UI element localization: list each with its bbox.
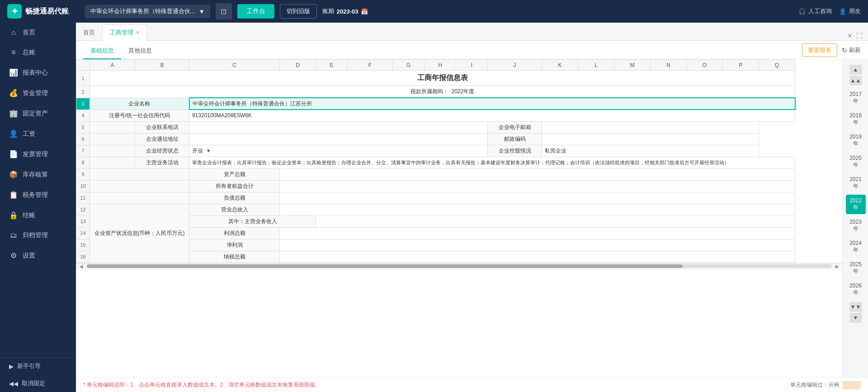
sub-tab-basic[interactable]: 基础信息 [83,44,121,59]
column-header-row: A B C D E F G H I J K L M [76,60,795,71]
liabilities-value-cell[interactable] [280,192,795,204]
year-scroll-up2-btn[interactable]: ▲▲ [849,76,862,86]
sidebar-label-archive: 归档管理 [23,231,48,239]
col-header-a: A [90,60,135,71]
sidebar-item-capital[interactable]: 💰 资金管理 [0,83,76,103]
calendar-icon[interactable]: 📅 [361,8,368,15]
year-scroll-up-btn[interactable]: ▲ [849,65,862,75]
company-name-value-cell[interactable]: 中审众环会计师事务所（特殊普通合伙）江苏分所 [189,98,795,110]
table-row: 5 企业联系电话 企业电子邮箱 [76,121,795,133]
equity-label-cell: 所有者权益合计 [189,180,280,192]
sidebar-item-settings[interactable]: ⚙ 设置 [0,245,76,266]
year-item-2017[interactable]: 2017年 [846,88,866,108]
sidebar-label-report: 报表中心 [23,69,48,77]
postcode-value-cell[interactable] [542,133,759,145]
row-num-9: 9 [76,168,90,180]
sidebar-bottom: ▶ 新手引导 ◀◀ 取消固定 [0,357,76,392]
new-guide-btn[interactable]: ▶ 新手引导 [0,358,76,375]
equity-value-cell[interactable] [280,180,795,192]
sidebar-item-fixed-assets[interactable]: 🏢 固定资产 [0,103,76,124]
sidebar-item-home[interactable]: ⌂ 首页 [0,23,76,43]
year-item-2023[interactable]: 2023年 [846,216,866,235]
sidebar-item-tax[interactable]: 📋 税务管理 [0,185,76,205]
unpin-btn[interactable]: ◀◀ 取消固定 [0,375,76,392]
window-maximize-btn[interactable]: ⛶ [856,32,863,39]
old-version-button[interactable]: 切到旧版 [280,4,317,19]
sidebar-item-general-ledger[interactable]: ≡ 总账 [0,43,76,62]
email-value-cell[interactable] [542,121,759,133]
year-item-2022[interactable]: 2022年 [846,195,866,214]
row-num-7: 7 [76,145,90,157]
unpin-icon: ◀◀ [9,380,18,387]
business-value-cell[interactable]: 审查企业会计报表；出具审计报告；验证企业资本；出具验资报告；办理企业合并、分立、… [189,157,795,168]
tab-bizmanage[interactable]: 工商管理 × [102,24,147,41]
sidebar-item-archive[interactable]: 🗂 归档管理 [0,225,76,245]
sub-tabs: 基础信息 其他信息 [83,44,802,58]
year-item-2018[interactable]: 2018年 [846,110,866,129]
sidebar-item-inventory[interactable]: 📦 库存核算 [0,164,76,185]
header-right: 🎧 人工咨询 👤 用友 [798,7,861,15]
year-scroll-down2-btn[interactable]: ▼ [849,313,862,323]
tax-value-cell[interactable] [280,251,795,263]
status-value-cell[interactable]: 开业 ▼ [189,145,488,157]
h-scroll-thumb[interactable] [87,264,683,268]
period-cell[interactable]: 税款所属期间： 2022年度 [90,86,795,98]
top-header: ✦ 畅捷通易代账 中审众环会计师事务所（特殊普通合伙... ▼ ⊡ 工作台 切到… [0,0,868,23]
sub-tab-other[interactable]: 其他信息 [121,44,159,59]
assets-value-cell[interactable] [280,168,795,180]
user-btn[interactable]: 👤 用友 [839,7,861,15]
year-item-2019[interactable]: 2019年 [846,131,866,150]
refresh-button[interactable]: ↻ 刷新 [842,46,861,54]
table-row: 6 企业通信地址 邮政编码 [76,133,795,145]
sheet-table: A B C D E F G H I J K L M [76,59,796,263]
window-close-btn[interactable]: ✕ [847,32,853,39]
workbench-button[interactable]: 工作台 [237,4,274,19]
copy-icon-btn[interactable]: ⊡ [216,3,232,19]
year-item-2024[interactable]: 2024年 [846,237,866,257]
reset-report-button[interactable]: 重置报表 [802,43,837,57]
net-profit-value-cell[interactable] [280,239,795,251]
sidebar-item-payroll[interactable]: 👤 工资 [0,124,76,144]
status-label-cell: 企业经营状态 [135,145,189,157]
row-num-4: 4 [76,110,90,121]
archive-icon: 🗂 [9,231,18,239]
sidebar-item-invoice[interactable]: 📄 发票管理 [0,144,76,164]
year-item-2025[interactable]: 2025年 [846,258,866,278]
row-num-11: 11 [76,192,90,204]
service-btn[interactable]: 🎧 人工咨询 [798,7,832,15]
profit-value-cell[interactable] [280,227,795,239]
revenue-value-cell[interactable] [280,204,795,215]
company-selector[interactable]: 中审众环会计师事务所（特殊普通合伙... ▼ [85,5,210,18]
row-num-5: 5 [76,121,90,133]
home-icon: ⌂ [9,29,18,37]
invoice-icon: 📄 [9,150,18,158]
main-revenue-value-cell[interactable] [316,215,795,227]
assets-label-cell: 资产总额 [189,168,280,180]
year-item-2020[interactable]: 2020年 [846,152,866,172]
year-item-2021[interactable]: 2021年 [846,173,866,193]
sidebar-item-report-center[interactable]: 📊 报表中心 [0,62,76,83]
spreadsheet-container[interactable]: A B C D E F G H I J K L M [76,59,843,378]
h-scroll-left-btn[interactable]: ◀ [78,264,85,269]
tax-icon: 📋 [9,191,18,199]
phone-value-cell[interactable] [189,121,488,133]
h-scroll-right-btn[interactable]: ▶ [834,264,841,269]
year-scroll-down-btn[interactable]: ▼▼ [849,302,862,312]
h-scroll-track[interactable] [87,264,832,268]
col-header-j: J [488,60,542,71]
address-value-cell[interactable] [189,133,488,145]
table-title-cell[interactable]: 工商年报信息表 [90,71,795,86]
tab-close-btn[interactable]: × [136,29,139,36]
unpin-label: 取消固定 [22,379,45,387]
ownership-value-cell[interactable]: 私营企业 [542,145,759,157]
app-name: 畅捷通易代账 [25,7,69,16]
row-num-10: 10 [76,180,90,192]
col-header-rn [76,60,90,71]
reg-num-value-cell[interactable]: 91320100MA208E5W6K [189,110,795,121]
payroll-icon: 👤 [9,129,18,138]
sidebar-item-closing[interactable]: 🔒 结账 [0,205,76,225]
year-item-2026[interactable]: 2026年 [846,280,866,299]
row-num-14: 14 [76,227,90,239]
empty-10ab [90,180,189,192]
tab-home[interactable]: 首页 [76,25,102,40]
